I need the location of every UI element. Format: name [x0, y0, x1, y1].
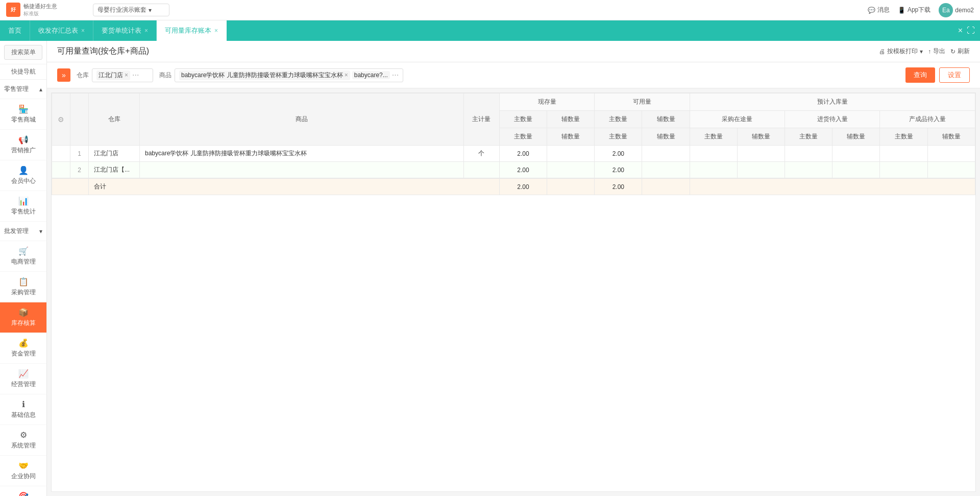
export-label: 导出 — [933, 47, 945, 56]
warehouse-filter-group: 仓库 江北门店 × ··· — [77, 68, 153, 82]
th-avail-main: 主数量 — [595, 111, 642, 128]
close-tab-btn[interactable]: × — [958, 26, 963, 35]
sidebar-inventory-label: 库存核算 — [11, 319, 36, 327]
th-cs-main: 主数量 — [499, 128, 547, 146]
sidebar-item-finance[interactable]: 💰 资金管理 — [0, 333, 46, 364]
current-main-2: 2.00 — [499, 162, 547, 179]
sidebar-retail-shop-label: 零售商城 — [11, 115, 36, 124]
settings-cell — [52, 146, 70, 162]
warehouse-cell-1: 江北门店 — [89, 146, 140, 162]
tenant-selector[interactable]: 母婴行业演示账套 ▾ — [93, 4, 169, 16]
th-unit: 主计量 — [463, 93, 499, 146]
refresh-btn[interactable]: ↻ 刷新 — [950, 47, 970, 56]
export-btn[interactable]: ↑ 导出 — [928, 47, 945, 56]
sidebar-item-retail[interactable]: 零售管理 ▴ — [0, 80, 46, 99]
sidebar-purchase-label: 采购管理 — [11, 288, 36, 297]
sidebar-item-retail-shop[interactable]: 🏪 零售商城 — [0, 99, 46, 130]
sidebar-item-retail-stats[interactable]: 📊 零售统计 — [0, 191, 46, 222]
tab-inout[interactable]: 收发存汇总表 × — [30, 20, 93, 41]
top-bar-right: 💬 消息 📱 App下载 Ea demo2 — [868, 3, 974, 17]
refresh-icon: ↻ — [950, 48, 955, 55]
query-btn[interactable]: 查询 — [905, 67, 935, 83]
tab-inout-close[interactable]: × — [81, 28, 85, 34]
footer-label: 合计 — [89, 178, 500, 195]
filter-area: » 仓库 江北门店 × ··· 商品 babycare学饮杯 儿童防摔防撞吸管杯… — [47, 62, 980, 88]
sidebar-item-newbie[interactable]: 🎯 新手引导 — [0, 486, 46, 496]
ecommerce-icon: 🛒 — [18, 246, 29, 256]
row-num-2: 2 — [70, 162, 89, 179]
unit-cell-2 — [463, 162, 499, 179]
tab-inout-label: 收发存汇总表 — [38, 26, 78, 35]
print-icon: 🖨 — [879, 48, 885, 55]
user-area[interactable]: Ea demo2 — [939, 3, 974, 17]
tab-inventory-label: 可用量库存账本 — [165, 26, 211, 35]
app-edition: 标准版 — [23, 10, 57, 17]
footer-current-sub — [547, 178, 595, 195]
product-tag-1-close[interactable]: × — [345, 72, 348, 79]
th-cs-sub: 辅数量 — [547, 128, 595, 146]
tab-bar: 首页 收发存汇总表 × 要货单统计表 × 可用量库存账本 × × ⛶ — [0, 20, 980, 41]
data-table: ⚙ 仓库 商品 主计量 现存量 可用量 预计入库量 主数量 辅数量 主数量 — [52, 93, 975, 195]
search-menu-btn[interactable]: 搜索菜单 — [4, 45, 42, 60]
tab-order[interactable]: 要货单统计表 × — [93, 20, 157, 41]
retail-shop-icon: 🏪 — [18, 104, 29, 114]
sidebar-item-marketing[interactable]: 📢 营销推广 — [0, 130, 46, 160]
sidebar-item-member[interactable]: 👤 会员中心 — [0, 160, 46, 191]
username: demo2 — [955, 7, 974, 14]
tab-inventory[interactable]: 可用量库存账本 × — [157, 20, 227, 41]
sidebar-operations-label: 经营管理 — [11, 380, 36, 389]
product-cell-2 — [140, 162, 464, 179]
sidebar-marketing-label: 营销推广 — [11, 146, 36, 155]
print-btn[interactable]: 🖨 按模板打印 ▾ — [879, 47, 923, 56]
footer-rest — [690, 178, 975, 195]
warehouse-tag-close[interactable]: × — [125, 72, 128, 79]
member-icon: 👤 — [18, 166, 29, 175]
sidebar-enterprise-label: 企业协同 — [11, 472, 36, 481]
sidebar-item-wholesale[interactable]: 批发管理 ▾ — [0, 222, 46, 241]
table-row: 1 江北门店 babycare学饮杯 儿童防摔防撞吸管杯重力球吸嘴杯宝宝水杯 个… — [52, 146, 975, 162]
tab-order-label: 要货单统计表 — [102, 26, 141, 35]
settings-btn[interactable]: 设置 — [939, 67, 970, 83]
sidebar-system-label: 系统管理 — [11, 441, 36, 450]
retail-stats-icon: 📊 — [18, 196, 29, 206]
tab-home[interactable]: 首页 — [0, 20, 30, 41]
sidebar-item-basic[interactable]: ℹ 基础信息 — [0, 394, 46, 425]
product-filter-input[interactable]: babycare学饮杯 儿童防摔防撞吸管杯重力球吸嘴杯宝宝水杯 × babyca… — [175, 68, 403, 82]
sidebar-item-inventory[interactable]: 📦 库存核算 — [0, 302, 46, 333]
sidebar-item-system[interactable]: ⚙ 系统管理 — [0, 425, 46, 456]
filter-expand-btn[interactable]: » — [57, 68, 70, 82]
sidebar-item-purchase[interactable]: 📋 采购管理 — [0, 272, 46, 302]
purchase-icon: 📋 — [18, 277, 29, 287]
quick-nav-btn[interactable]: 快捷导航 — [0, 64, 46, 80]
th-ap-main: 主数量 — [785, 128, 832, 146]
th-forecast-group: 预计入库量 — [690, 93, 975, 111]
message-btn[interactable]: 💬 消息 — [868, 6, 890, 14]
message-icon: 💬 — [868, 7, 875, 14]
maximize-btn[interactable]: ⛶ — [967, 26, 975, 35]
app-download-btn[interactable]: 📱 App下载 — [898, 6, 930, 14]
warehouse-more-icon[interactable]: ··· — [132, 70, 139, 80]
product-more-icon[interactable]: ··· — [392, 70, 399, 80]
row-num-1: 1 — [70, 146, 89, 162]
sidebar-finance-label: 资金管理 — [11, 349, 36, 358]
avail-main-2: 2.00 — [595, 162, 642, 179]
column-settings-icon[interactable]: ⚙ — [58, 115, 64, 124]
sidebar-item-enterprise[interactable]: 🤝 企业协同 — [0, 456, 46, 486]
tab-order-close[interactable]: × — [144, 28, 148, 34]
th-available-group: 可用量 — [595, 93, 690, 111]
ap-sub-2 — [832, 162, 880, 179]
chevron-wholesale-icon: ▾ — [39, 228, 42, 235]
sidebar-item-operations[interactable]: 📈 经营管理 — [0, 364, 46, 394]
unit-cell-1: 个 — [463, 146, 499, 162]
th-pp-main: 主数量 — [880, 128, 927, 146]
warehouse-filter-input[interactable]: 江北门店 × ··· — [92, 68, 153, 82]
sidebar-item-ecommerce[interactable]: 🛒 电商管理 — [0, 241, 46, 272]
product-filter-group: 商品 babycare学饮杯 儿童防摔防撞吸管杯重力球吸嘴杯宝宝水杯 × bab… — [159, 68, 403, 82]
pp-main-2 — [880, 162, 927, 179]
th-avail-sub: 辅数量 — [642, 111, 690, 128]
product-tag-2-value: babycare?... — [354, 72, 388, 79]
current-sub-2 — [547, 162, 595, 179]
refresh-label: 刷新 — [958, 47, 970, 56]
tab-inventory-close[interactable]: × — [214, 28, 218, 34]
warehouse-tag: 江北门店 × — [96, 70, 130, 80]
